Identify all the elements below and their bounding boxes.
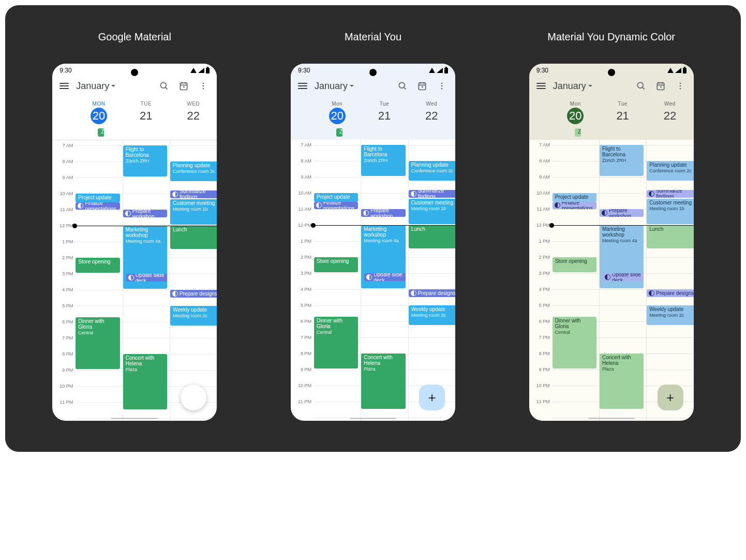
day-column-header[interactable]: Mon 20 xyxy=(552,98,599,128)
calendar-event[interactable]: Planning updateConference room 2c xyxy=(647,161,693,181)
calendar-event[interactable]: Lunch xyxy=(170,226,217,249)
day-column-header[interactable]: Tue 21 xyxy=(599,98,646,128)
calendar-event[interactable]: Flight to BarcelonaZürich ZRH xyxy=(123,145,167,176)
calendar-event[interactable]: Summarize findings xyxy=(647,190,693,198)
calendar-event[interactable]: Update slide deck xyxy=(364,273,405,281)
month-picker[interactable]: January xyxy=(76,81,115,92)
status-time: 9:30 xyxy=(298,67,310,74)
calendar-event[interactable]: Planning updateConference room 2c xyxy=(170,161,217,181)
today-icon[interactable] xyxy=(654,80,667,92)
event-title: Customer meeting xyxy=(649,200,692,205)
svg-point-27 xyxy=(679,82,681,84)
calendar-event[interactable]: Weekly updateMeeting room 2c xyxy=(170,306,217,326)
calendar-event[interactable]: Prepare designs xyxy=(647,289,693,297)
calendar-event[interactable]: Customer meetingMeeting room 1b xyxy=(409,199,455,224)
day-column-header[interactable]: Wed 22 xyxy=(646,98,693,128)
calendar-event[interactable]: Finalize presentations xyxy=(314,202,358,209)
wifi-icon xyxy=(190,68,197,73)
day-column-header[interactable]: Wed 22 xyxy=(170,98,217,128)
variant-title: Google Material xyxy=(98,31,171,43)
calendar-event[interactable]: Dinner with GloriaCentral xyxy=(76,317,120,369)
calendar-event[interactable]: Project update xyxy=(314,193,358,202)
calendar-event[interactable]: Prepare workshop xyxy=(123,210,167,217)
calendar-event[interactable]: Concert with HelenaPlaza xyxy=(361,353,405,409)
calendar-event[interactable]: Customer meetingMeeting room 1b xyxy=(170,199,217,225)
calendar-event[interactable]: Concert with HelenaPlaza xyxy=(600,353,644,409)
hour-label: 11 PM xyxy=(291,399,311,404)
allday-event[interactable]: Zürich design days xyxy=(575,128,581,137)
event-title: Customer meeting xyxy=(173,200,215,206)
event-title: Planning update xyxy=(173,163,210,168)
calendar-event[interactable]: Dinner with GloriaCentral xyxy=(314,317,358,369)
event-title: Prepare workshop xyxy=(609,209,641,217)
more-icon[interactable] xyxy=(197,80,210,92)
calendar-event[interactable]: Finalize presentations xyxy=(553,202,596,209)
calendar-event[interactable]: Concert with HelenaPlaza xyxy=(123,354,167,409)
day-column-header[interactable]: Tue 21 xyxy=(361,98,408,128)
calendar-event[interactable]: Summarize findings xyxy=(170,190,217,198)
svg-point-8 xyxy=(203,85,204,87)
calendar-event[interactable]: Project update xyxy=(553,193,596,202)
create-event-button[interactable]: + xyxy=(181,385,206,410)
day-number: 20 xyxy=(329,108,346,124)
calendar-event[interactable]: Flight to BarcelonaZürich ZRH xyxy=(361,145,405,176)
calendar-event[interactable]: Prepare workshop xyxy=(361,209,405,217)
calendar-event[interactable]: Customer meetingMeeting room 1b xyxy=(647,199,693,224)
calendar-grid[interactable]: 7 AM8 AM9 AM10 AM11 AM12 PM1 PM2 PM3 PM4… xyxy=(291,140,455,421)
today-icon[interactable] xyxy=(177,80,190,92)
day-column-header[interactable]: Mon 20 xyxy=(75,98,122,128)
calendar-event[interactable]: Lunch xyxy=(647,225,693,248)
calendar-event[interactable]: Weekly updateMeeting room 2c xyxy=(647,305,693,325)
event-title: Concert with Helena xyxy=(602,355,631,366)
hour-label: 7 PM xyxy=(529,335,550,340)
calendar-event[interactable]: Flight to BarcelonaZürich ZRH xyxy=(600,145,644,176)
today-icon[interactable] xyxy=(416,80,428,92)
calendar-event[interactable]: Update slide deck xyxy=(126,274,167,282)
calendar-event[interactable]: Update slide deck xyxy=(603,273,644,281)
event-location: Zürich ZRH xyxy=(126,158,150,164)
day-number: 21 xyxy=(138,108,154,124)
event-title: Update slide deck xyxy=(612,273,641,281)
more-icon[interactable] xyxy=(436,80,448,92)
create-event-button[interactable]: + xyxy=(419,385,445,410)
calendar-grid[interactable]: 7 AM8 AM9 AM10 AM11 AM12 PM1 PM2 PM3 PM4… xyxy=(52,140,217,421)
allday-event[interactable]: Zürich design days xyxy=(336,128,342,137)
calendar-event[interactable]: Store opening xyxy=(553,257,596,272)
calendar-event[interactable]: Planning updateConference room 2c xyxy=(409,161,455,181)
menu-icon[interactable] xyxy=(298,83,307,89)
menu-icon[interactable] xyxy=(59,83,69,89)
day-number: 20 xyxy=(567,108,584,124)
hour-label: 11 AM xyxy=(529,207,550,212)
calendar-event[interactable]: Dinner with GloriaCentral xyxy=(553,317,596,369)
create-event-button[interactable]: + xyxy=(658,385,683,410)
event-title: Dinner with Gloria xyxy=(555,318,581,329)
more-icon[interactable] xyxy=(674,80,687,92)
day-column-header[interactable]: Tue 21 xyxy=(123,98,170,128)
calendar-event[interactable]: Store opening xyxy=(76,258,120,273)
day-column-header[interactable]: Wed 22 xyxy=(408,98,455,128)
calendar-event[interactable]: Finalize presentations xyxy=(76,202,120,210)
menu-icon[interactable] xyxy=(536,83,546,89)
calendar-event[interactable]: Prepare designs xyxy=(170,290,217,298)
calendar-event[interactable]: Weekly updateMeeting room 2c xyxy=(409,305,455,325)
search-icon[interactable] xyxy=(396,80,409,92)
allday-event[interactable]: Zürich design days xyxy=(98,128,104,137)
calendar-grid[interactable]: 7 AM8 AM9 AM10 AM11 AM12 PM1 PM2 PM3 PM4… xyxy=(529,140,694,421)
calendar-event[interactable]: Summarize findings xyxy=(409,190,455,198)
search-icon[interactable] xyxy=(158,80,170,92)
day-column-header[interactable]: Mon 20 xyxy=(314,98,361,128)
hour-label: 9 PM xyxy=(52,367,73,373)
calendar-event[interactable]: Store opening xyxy=(314,257,358,272)
calendar-event[interactable]: Lunch xyxy=(409,225,455,248)
month-picker[interactable]: January xyxy=(315,81,354,92)
month-picker[interactable]: January xyxy=(553,81,592,92)
svg-point-18 xyxy=(441,85,443,87)
event-title: Store opening xyxy=(78,259,110,264)
search-icon[interactable] xyxy=(635,80,647,92)
hour-label: 6 PM xyxy=(52,319,73,325)
day-of-week: Wed xyxy=(646,101,693,107)
event-title: Finalize presentations xyxy=(323,202,356,209)
calendar-event[interactable]: Prepare workshop xyxy=(600,209,644,217)
calendar-event[interactable]: Prepare designs xyxy=(409,289,455,297)
calendar-event[interactable]: Project update xyxy=(76,194,120,202)
